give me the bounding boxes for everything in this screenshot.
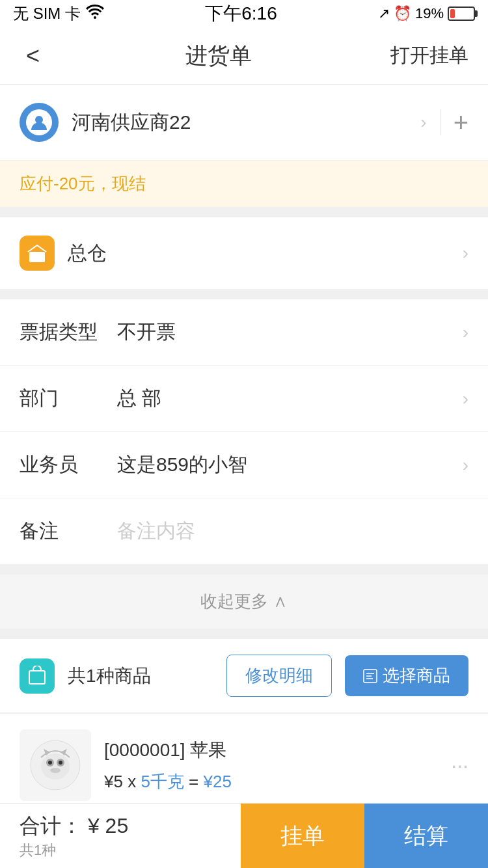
warehouse-row[interactable]: 总仓 › xyxy=(0,217,488,289)
bottom-total: 合计： ¥ 25 共1种 xyxy=(0,812,241,860)
product-price: ¥5 x 5千克 = ¥25 xyxy=(104,770,438,793)
supplier-section: 河南供应商22 › + 应付-20元，现结 xyxy=(0,85,488,207)
product-more-button[interactable]: ··· xyxy=(451,753,468,778)
location-icon: ↗ xyxy=(378,5,390,22)
product-item: [0000001] 苹果 ¥5 x 5千克 = ¥25 ··· xyxy=(0,714,488,817)
carrier-text: 无 SIM 卡 xyxy=(13,3,81,24)
invoice-label: 票据类型 xyxy=(20,319,98,346)
content: 河南供应商22 › + 应付-20元，现结 总仓 › 票据类型 不开票 xyxy=(0,85,488,868)
alarm-icon: ⏰ xyxy=(394,5,411,22)
collapse-row[interactable]: 收起更多 ∧ xyxy=(0,575,488,629)
dept-label: 部门 xyxy=(20,385,98,412)
product-thumbnail xyxy=(20,729,91,801)
remark-label: 备注 xyxy=(20,518,98,545)
dept-chevron-icon: › xyxy=(463,388,468,409)
supplier-row[interactable]: 河南供应商22 › + xyxy=(0,85,488,161)
product-unit-price: ¥5 x xyxy=(104,772,141,791)
edit-detail-button[interactable]: 修改明细 xyxy=(226,655,332,697)
warehouse-icon xyxy=(20,236,55,271)
bottom-bar: 合计： ¥ 25 共1种 挂单 结算 xyxy=(0,803,488,868)
supplier-avatar xyxy=(20,103,59,142)
battery-text: 19% xyxy=(415,5,444,22)
status-right: ↗ ⏰ 19% xyxy=(378,5,475,22)
remark-placeholder: 备注内容 xyxy=(98,518,468,545)
staff-label: 业务员 xyxy=(20,452,98,478)
product-info: [0000001] 苹果 ¥5 x 5千克 = ¥25 xyxy=(104,738,438,793)
form-section: 票据类型 不开票 › 部门 总 部 › 业务员 这是859的小智 › 备注 备注… xyxy=(0,299,488,564)
total-amount: 合计： ¥ 25 xyxy=(20,812,221,841)
battery-icon xyxy=(448,7,475,21)
product-quantity: 5千克 xyxy=(141,772,183,791)
product-total: ¥25 xyxy=(203,772,231,791)
svg-rect-1 xyxy=(29,252,45,262)
add-supplier-button[interactable]: + xyxy=(454,108,468,137)
select-product-button[interactable]: 选择商品 xyxy=(345,655,468,696)
product-name: [0000001] 苹果 xyxy=(104,738,438,763)
status-time: 下午6:16 xyxy=(205,1,277,26)
remark-row[interactable]: 备注 备注内容 xyxy=(0,498,488,564)
svg-rect-2 xyxy=(29,671,45,684)
staff-value: 这是859的小智 xyxy=(98,452,463,478)
total-label: 合计： xyxy=(20,814,82,837)
staff-chevron-icon: › xyxy=(463,455,468,476)
dept-value: 总 部 xyxy=(98,385,463,412)
supplier-name: 河南供应商22 xyxy=(72,109,420,136)
invoice-value: 不开票 xyxy=(98,319,463,346)
product-header: 共1种商品 修改明细 选择商品 xyxy=(0,639,488,712)
svg-point-5 xyxy=(41,753,70,780)
svg-point-9 xyxy=(59,761,62,765)
alert-text: 应付-20元，现结 xyxy=(20,174,146,193)
dept-row[interactable]: 部门 总 部 › xyxy=(0,366,488,432)
status-bar: 无 SIM 卡 下午6:16 ↗ ⏰ 19% xyxy=(0,0,488,27)
back-button[interactable]: < xyxy=(20,36,46,76)
total-value: ¥ 25 xyxy=(88,814,128,837)
wifi-icon xyxy=(86,5,104,23)
alert-banner: 应付-20元，现结 xyxy=(0,161,488,207)
nav-bar: < 进货单 打开挂单 xyxy=(0,27,488,85)
product-count: 共1种商品 xyxy=(68,664,213,688)
svg-point-8 xyxy=(48,761,52,765)
invoice-chevron-icon: › xyxy=(463,322,468,343)
product-equals: = xyxy=(184,772,204,791)
checkout-button[interactable]: 结算 xyxy=(364,804,488,868)
warehouse-chevron-icon: › xyxy=(463,243,468,264)
pending-button[interactable]: 挂单 xyxy=(241,804,364,868)
svg-point-10 xyxy=(50,768,61,773)
select-product-label: 选择商品 xyxy=(383,664,450,687)
invoice-row[interactable]: 票据类型 不开票 › xyxy=(0,299,488,366)
open-pending-button[interactable]: 打开挂单 xyxy=(390,42,468,69)
warehouse-section: 总仓 › xyxy=(0,217,488,289)
supplier-chevron-icon: › xyxy=(420,112,426,133)
total-count: 共1种 xyxy=(20,841,221,860)
collapse-text: 收起更多 ∧ xyxy=(200,590,287,613)
page-title: 进货单 xyxy=(185,41,252,71)
staff-row[interactable]: 业务员 这是859的小智 › xyxy=(0,432,488,498)
status-left: 无 SIM 卡 xyxy=(13,3,104,24)
warehouse-label: 总仓 xyxy=(68,240,463,267)
vertical-divider xyxy=(440,109,441,135)
product-icon xyxy=(20,658,55,694)
